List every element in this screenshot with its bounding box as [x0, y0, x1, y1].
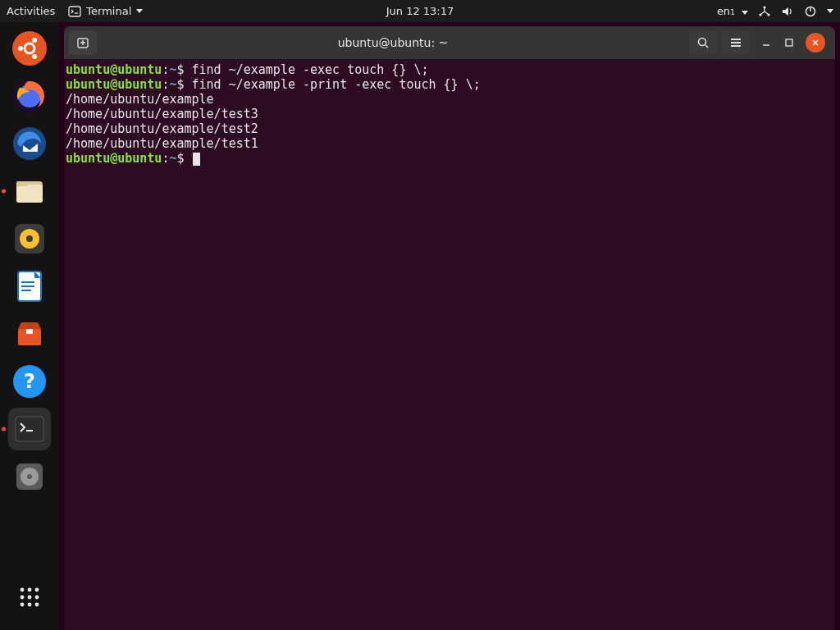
gnome-top-bar: Activities Terminal Jun 12 13:17 en1 — [0, 0, 840, 22]
svg-point-37 — [35, 596, 39, 600]
svg-point-5 — [12, 31, 47, 66]
chevron-down-icon — [742, 11, 748, 15]
network-icon[interactable] — [758, 5, 771, 18]
dock-libreoffice-writer[interactable] — [8, 265, 51, 308]
svg-rect-27 — [16, 417, 43, 441]
svg-point-7 — [18, 46, 23, 51]
terminal-window: ubuntu@ubuntu: ~ ubuntu@ubuntu:~$ find ~… — [64, 26, 835, 630]
titlebar[interactable]: ubuntu@ubuntu: ~ — [64, 26, 835, 59]
svg-point-39 — [28, 603, 32, 607]
svg-point-38 — [21, 603, 25, 607]
dock-files[interactable] — [8, 170, 51, 212]
app-menu-label: Terminal — [86, 5, 131, 17]
input-source-indicator[interactable]: en1 — [717, 5, 748, 17]
svg-point-36 — [28, 596, 32, 600]
search-icon — [696, 36, 710, 49]
activities-button[interactable]: Activities — [7, 5, 55, 17]
svg-point-18 — [26, 235, 33, 242]
dock-terminal[interactable] — [8, 408, 51, 450]
svg-rect-43 — [786, 39, 792, 46]
window-title: ubuntu@ubuntu: ~ — [102, 36, 684, 49]
chevron-down-icon — [136, 9, 143, 13]
dock-ubuntu[interactable] — [8, 27, 51, 70]
system-menu-chevron-icon[interactable] — [827, 9, 833, 13]
maximize-button[interactable] — [783, 36, 796, 49]
close-icon — [810, 38, 820, 48]
hamburger-icon — [729, 36, 742, 49]
svg-rect-0 — [69, 7, 80, 16]
show-applications-button[interactable] — [8, 576, 51, 619]
svg-rect-28 — [26, 430, 33, 431]
svg-point-31 — [27, 474, 32, 479]
svg-point-33 — [28, 588, 32, 592]
svg-point-34 — [35, 588, 39, 592]
svg-point-8 — [32, 38, 37, 43]
terminal-body[interactable]: ubuntu@ubuntu:~$ find ~/example -exec to… — [64, 59, 835, 630]
search-button[interactable] — [689, 30, 717, 55]
dock-software[interactable] — [8, 313, 51, 355]
clock[interactable]: Jun 12 13:17 — [386, 5, 454, 17]
svg-rect-14 — [16, 185, 43, 203]
dock-thunderbird[interactable] — [8, 122, 51, 165]
dock-help[interactable]: ? — [8, 360, 51, 403]
minimize-icon — [761, 38, 771, 48]
minimize-button[interactable] — [760, 36, 773, 49]
svg-rect-22 — [21, 290, 31, 291]
hamburger-menu-button[interactable] — [722, 30, 750, 55]
svg-point-9 — [32, 54, 37, 59]
svg-rect-20 — [21, 281, 34, 283]
svg-point-32 — [21, 588, 25, 592]
close-button[interactable] — [806, 33, 825, 52]
new-tab-icon — [75, 35, 90, 50]
svg-rect-24 — [26, 329, 33, 334]
dock-disks[interactable] — [8, 455, 51, 498]
svg-point-35 — [21, 596, 25, 600]
app-menu[interactable]: Terminal — [68, 5, 143, 18]
svg-point-42 — [699, 39, 706, 46]
svg-point-40 — [35, 603, 39, 607]
dock-rhythmbox[interactable] — [8, 217, 51, 260]
dock: ? — [0, 22, 59, 630]
svg-rect-21 — [21, 285, 34, 287]
terminal-icon — [68, 5, 81, 18]
maximize-icon — [784, 38, 794, 48]
svg-text:?: ? — [24, 370, 35, 393]
svg-rect-15 — [16, 181, 28, 186]
dock-firefox[interactable] — [8, 75, 51, 117]
volume-icon[interactable] — [781, 5, 794, 18]
power-icon[interactable] — [804, 5, 817, 18]
new-tab-button[interactable] — [69, 30, 97, 55]
